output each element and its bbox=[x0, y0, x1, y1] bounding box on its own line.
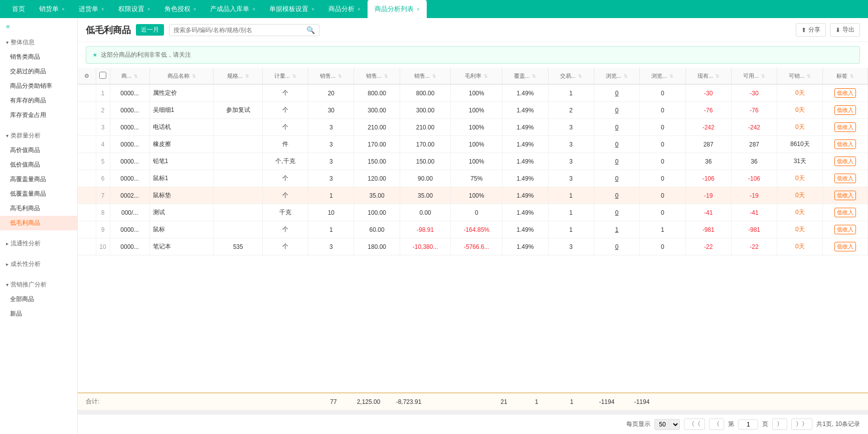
nav-product-entry-close[interactable]: × bbox=[252, 7, 255, 12]
row-settings bbox=[78, 153, 96, 170]
sidebar-item-sales-goods[interactable]: 销售类商品 bbox=[0, 50, 77, 64]
row-view1[interactable]: 0 bbox=[594, 153, 639, 170]
row-coverage: 1.49% bbox=[502, 136, 548, 153]
col-settings[interactable]: ⚙ bbox=[78, 68, 96, 84]
row-view1[interactable]: 0 bbox=[594, 204, 639, 221]
sidebar-item-high-profit[interactable]: 高毛利商品 bbox=[0, 201, 77, 216]
col-transaction[interactable]: 交易... ⇅ bbox=[548, 68, 594, 84]
sidebar-group-cluster[interactable]: ▾ 类群量分析 bbox=[0, 128, 77, 143]
sidebar-collapse-btn[interactable]: « bbox=[6, 22, 10, 30]
row-name[interactable]: 属性定价 bbox=[149, 84, 214, 102]
page-input[interactable] bbox=[738, 419, 758, 429]
row-view1[interactable]: 1 bbox=[594, 221, 639, 238]
row-name[interactable]: 橡皮擦 bbox=[149, 136, 214, 153]
row-view1[interactable]: 0 bbox=[594, 170, 639, 187]
row-name[interactable]: 吴细细1 bbox=[149, 102, 214, 119]
nav-product-entry[interactable]: 产成品入库单 × bbox=[203, 0, 262, 18]
col-coverage[interactable]: 覆盖... ⇅ bbox=[502, 68, 548, 84]
sidebar-group-flow[interactable]: ▸ 流通性分析 bbox=[0, 236, 77, 251]
col-sales-qty[interactable]: 销售... ⇅ bbox=[308, 68, 354, 84]
row-settings bbox=[78, 238, 96, 255]
next-page-btn[interactable]: 〉 bbox=[772, 418, 787, 430]
select-all-checkbox[interactable] bbox=[99, 72, 106, 79]
export-button[interactable]: ⬇ 导出 bbox=[830, 23, 860, 37]
col-unit[interactable]: 计量... ⇅ bbox=[262, 68, 308, 84]
row-view1[interactable]: 0 bbox=[594, 119, 639, 136]
time-filter-btn[interactable]: 近一月 bbox=[136, 24, 164, 36]
col-sales-profit[interactable]: 销售... ⇅ bbox=[400, 68, 451, 84]
row-view2: 0 bbox=[640, 102, 685, 119]
row-sales-qty: 20 bbox=[308, 84, 354, 102]
first-page-btn[interactable]: 〈〈 bbox=[684, 418, 705, 430]
sidebar-item-low-coverage[interactable]: 低覆盖量商品 bbox=[0, 187, 77, 201]
sidebar-item-category-rate[interactable]: 商品分类助销率 bbox=[0, 79, 77, 93]
nav-purchase[interactable]: 进货单 × bbox=[72, 0, 111, 18]
col-available[interactable]: 可用... ⇅ bbox=[731, 68, 777, 84]
share-button[interactable]: ⬆ 分享 bbox=[796, 23, 826, 37]
sidebar-group-overall[interactable]: ▾ 整体信息 bbox=[0, 35, 77, 50]
col-saleable-days[interactable]: 可销... ⇅ bbox=[777, 68, 823, 84]
row-unit: 千克 bbox=[262, 204, 308, 221]
nav-permission-close[interactable]: × bbox=[147, 7, 150, 12]
nav-sales-close[interactable]: × bbox=[62, 7, 65, 12]
nav-permission[interactable]: 权限设置 × bbox=[111, 0, 157, 18]
page-size-select[interactable]: 50 100 200 bbox=[654, 419, 680, 430]
nav-sales[interactable]: 销货单 × bbox=[32, 0, 72, 18]
sidebar-item-traded-goods[interactable]: 交易过的商品 bbox=[0, 64, 77, 79]
col-tag[interactable]: 标签 ⇅ bbox=[823, 68, 868, 84]
table-row: 7 0002... 鼠标垫 个 1 35.00 35.00 100% 1.49%… bbox=[78, 187, 868, 204]
bottom-scrollbar[interactable] bbox=[78, 410, 868, 414]
row-name[interactable]: 笔记本 bbox=[149, 238, 214, 255]
col-gross-margin[interactable]: 毛利率 ⇅ bbox=[451, 68, 502, 84]
row-name[interactable]: 鼠标垫 bbox=[149, 187, 214, 204]
nav-role-close[interactable]: × bbox=[194, 7, 197, 12]
nav-product-analysis-list[interactable]: 商品分析列表 × bbox=[368, 0, 427, 18]
settings-icon[interactable]: ⚙ bbox=[84, 73, 89, 79]
col-code[interactable]: 商... ⇅ bbox=[110, 68, 149, 84]
col-spec[interactable]: 规格... ⇅ bbox=[214, 68, 262, 84]
search-icon[interactable]: 🔍 bbox=[306, 26, 315, 34]
sidebar-item-low-value[interactable]: 低价值商品 bbox=[0, 158, 77, 172]
col-sales-amount[interactable]: 销售... ⇅ bbox=[354, 68, 400, 84]
nav-role[interactable]: 角色授权 × bbox=[157, 0, 204, 18]
row-view1[interactable]: 0 bbox=[594, 238, 639, 255]
row-name[interactable]: 鼠标1 bbox=[149, 170, 214, 187]
col-current-stock[interactable]: 现有... ⇅ bbox=[685, 68, 731, 84]
col-view2[interactable]: 浏览... ⇅ bbox=[640, 68, 685, 84]
row-sales-amount: 60.00 bbox=[354, 221, 400, 238]
nav-product-analysis[interactable]: 商品分析 × bbox=[321, 0, 368, 18]
nav-template-close[interactable]: × bbox=[311, 7, 314, 12]
row-name[interactable]: 鼠标 bbox=[149, 221, 214, 238]
row-name[interactable]: 测试 bbox=[149, 204, 214, 221]
col-view1[interactable]: 浏览... ⇅ bbox=[594, 68, 639, 84]
row-view1[interactable]: 0 bbox=[594, 136, 639, 153]
col-name[interactable]: 商品名称 ⇅ bbox=[149, 68, 214, 84]
sidebar-item-high-value[interactable]: 高价值商品 bbox=[0, 143, 77, 158]
row-view1[interactable]: 0 bbox=[594, 102, 639, 119]
nav-template[interactable]: 单据模板设置 × bbox=[262, 0, 321, 18]
row-spec: 535 bbox=[214, 238, 262, 255]
sidebar-item-stock-goods[interactable]: 有库存的商品 bbox=[0, 93, 77, 108]
last-page-btn[interactable]: 〉〉 bbox=[791, 418, 812, 430]
notice-text: 这部分商品的利润非常低，请关注 bbox=[101, 51, 191, 59]
sidebar-item-all-goods[interactable]: 全部商品 bbox=[0, 292, 77, 307]
nav-purchase-close[interactable]: × bbox=[101, 7, 104, 12]
nav-product-analysis-list-close[interactable]: × bbox=[417, 7, 420, 12]
row-name[interactable]: 电话机 bbox=[149, 119, 214, 136]
row-view1[interactable]: 0 bbox=[594, 84, 639, 102]
sidebar-item-stock-fund[interactable]: 库存资金占用 bbox=[0, 108, 77, 122]
nav-product-analysis-close[interactable]: × bbox=[358, 7, 361, 12]
col-checkbox-all[interactable] bbox=[96, 68, 110, 84]
row-name[interactable]: 铅笔1 bbox=[149, 153, 214, 170]
sidebar-item-new-goods[interactable]: 新品 bbox=[0, 307, 77, 321]
sidebar-group-marketing[interactable]: ▾ 营销推广分析 bbox=[0, 277, 77, 292]
nav-home[interactable]: 首页 bbox=[5, 0, 32, 18]
row-sales-qty: 30 bbox=[308, 102, 354, 119]
sidebar-item-high-coverage[interactable]: 高覆盖量商品 bbox=[0, 172, 77, 187]
row-available: -19 bbox=[731, 187, 777, 204]
sidebar-group-growth[interactable]: ▸ 成长性分析 bbox=[0, 257, 77, 271]
search-input[interactable] bbox=[173, 27, 303, 34]
prev-page-btn[interactable]: 〈 bbox=[709, 418, 724, 430]
row-view1[interactable]: 0 bbox=[594, 187, 639, 204]
sidebar-item-low-profit[interactable]: 低毛利商品 bbox=[0, 216, 77, 230]
